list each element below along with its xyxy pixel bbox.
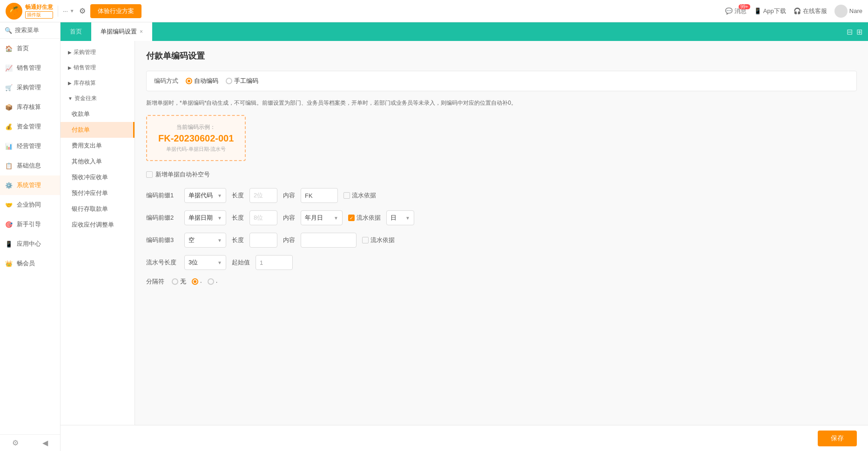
topbar-divider bbox=[58, 6, 58, 17]
sales-icon: 📈 bbox=[5, 64, 13, 72]
sidebar-item-label: 畅会员 bbox=[17, 259, 35, 268]
submenu-item-expense[interactable]: 费用支出单 bbox=[61, 138, 135, 154]
search-icon: 🔍 bbox=[5, 27, 12, 34]
chevron-down-icon: ▼ bbox=[405, 215, 410, 221]
prefix3-content-value bbox=[301, 233, 357, 248]
separator-dash[interactable]: · bbox=[208, 278, 218, 285]
prefix2-content-label: 内容 bbox=[283, 214, 295, 222]
submenu-item-other-income[interactable]: 其他收入单 bbox=[61, 154, 135, 169]
separator-row: 分隔符 无 · · bbox=[146, 277, 857, 286]
separator-none-dot bbox=[172, 278, 178, 285]
tab-maximize-icon[interactable]: ⊞ bbox=[856, 27, 862, 36]
user-avatar[interactable]: Nare bbox=[834, 5, 862, 18]
sidebar-item-inventory[interactable]: 📦 库存核算 bbox=[0, 97, 60, 117]
prefix1-row: 编码前缀1 单据代码 ▼ 长度 2位 内容 FK 流水依据 bbox=[146, 188, 857, 203]
sidebar-item-system[interactable]: ⚙️ 系统管理 bbox=[0, 175, 60, 195]
sidebar-item-finance[interactable]: 💰 资金管理 bbox=[0, 117, 60, 136]
tab-minimize-icon[interactable]: ⊟ bbox=[847, 27, 853, 36]
manual-encode-dot bbox=[226, 78, 232, 84]
autofill-checkbox[interactable] bbox=[146, 171, 153, 178]
submenu-item-bank-deposit[interactable]: 银行存取款单 bbox=[61, 201, 135, 217]
prefix3-length-label: 长度 bbox=[232, 236, 244, 244]
chevron-down-icon: ▼ bbox=[217, 238, 222, 243]
flow-length-select[interactable]: 3位 ▼ bbox=[184, 255, 226, 270]
sidebar-item-member[interactable]: 👑 畅会员 bbox=[0, 254, 60, 273]
prefix3-content-label: 内容 bbox=[283, 236, 295, 244]
tab-close-icon[interactable]: × bbox=[140, 28, 143, 35]
prefix2-stream-check[interactable]: ✓ 流水依据 bbox=[348, 214, 381, 222]
separator-label: 分隔符 bbox=[146, 277, 164, 286]
message-icon: 💬 bbox=[725, 7, 733, 14]
prefix3-select[interactable]: 空 ▼ bbox=[184, 233, 226, 248]
manual-encode-radio[interactable]: 手工编码 bbox=[226, 77, 258, 85]
save-button[interactable]: 保存 bbox=[818, 431, 857, 446]
flow-length-row: 流水号长度 3位 ▼ 起始值 1 bbox=[146, 255, 857, 270]
page-title: 付款单编码设置 bbox=[146, 50, 857, 61]
tab-home[interactable]: 首页 bbox=[61, 22, 91, 41]
submenu-group-inventory-title[interactable]: ▶ 库存核算 bbox=[61, 75, 135, 91]
app-download-item[interactable]: 📱 App下载 bbox=[754, 7, 786, 15]
separator-none[interactable]: 无 bbox=[172, 277, 186, 286]
submenu-group-sales: ▶ 销售管理 bbox=[61, 60, 135, 75]
code-preview-value: FK-20230602-001 bbox=[158, 133, 234, 144]
submenu-group-capital: ▼ 资金往来 收款单 付款单 费用支出单 其他收入单 预收冲应收单 预付冲应付单… bbox=[61, 91, 135, 233]
message-item[interactable]: 💬 消息 99+ bbox=[725, 7, 747, 15]
prefix2-stream-checkbox[interactable]: ✓ bbox=[348, 215, 355, 221]
prefix3-label: 编码前缀3 bbox=[146, 236, 179, 244]
prefix3-stream-check[interactable]: 流水依据 bbox=[362, 236, 395, 244]
member-icon: 👑 bbox=[5, 259, 13, 268]
prefix2-content-select[interactable]: 年月日 ▼ bbox=[301, 210, 343, 225]
sidebar-item-home[interactable]: 🏠 首页 bbox=[0, 39, 60, 58]
start-value-input[interactable]: 1 bbox=[256, 255, 293, 270]
sidebar-item-operation[interactable]: 📊 经营管理 bbox=[0, 136, 60, 156]
sidebar-item-partner[interactable]: 🤝 企业协同 bbox=[0, 195, 60, 215]
finance-icon: 💰 bbox=[5, 122, 13, 131]
submenu-item-receipt[interactable]: 收款单 bbox=[61, 106, 135, 122]
sidebar-item-label: 资金管理 bbox=[17, 122, 41, 131]
settings-icon[interactable]: ⚙ bbox=[79, 7, 86, 15]
arrow-right-icon: ▶ bbox=[68, 81, 72, 86]
auto-encode-radio[interactable]: 自动编码 bbox=[186, 77, 218, 85]
submenu-group-capital-title[interactable]: ▼ 资金往来 bbox=[61, 91, 135, 106]
submenu-item-payment[interactable]: 付款单 bbox=[61, 122, 135, 138]
sidebar-item-basic[interactable]: 📋 基础信息 bbox=[0, 156, 60, 175]
encode-method-row: 编码方式 自动编码 手工编码 bbox=[146, 71, 857, 91]
submenu-group-purchase-title[interactable]: ▶ 采购管理 bbox=[61, 45, 135, 60]
operation-icon: 📊 bbox=[5, 142, 13, 150]
prefix1-stream-checkbox[interactable] bbox=[343, 192, 350, 199]
sidebar-item-apps[interactable]: 📱 应用中心 bbox=[0, 234, 60, 254]
topbar-nav[interactable]: ··· ▼ bbox=[63, 7, 74, 14]
bottom-settings-icon[interactable]: ⚙ bbox=[12, 438, 19, 447]
submenu-item-advance-collect[interactable]: 预收冲应收单 bbox=[61, 169, 135, 185]
trial-button[interactable]: 体验行业方案 bbox=[90, 4, 141, 18]
sidebar-search[interactable]: 🔍 搜索菜单 bbox=[0, 22, 60, 39]
prefix1-content-label: 内容 bbox=[283, 191, 295, 200]
prefix1-select[interactable]: 单据代码 ▼ bbox=[184, 188, 226, 203]
start-value-label: 起始值 bbox=[232, 258, 250, 267]
prefix2-day-select[interactable]: 日 ▼ bbox=[386, 210, 414, 225]
bottom-collapse-icon[interactable]: ◀ bbox=[42, 438, 48, 447]
sidebar-bottom: ⚙ ◀ bbox=[0, 434, 60, 451]
prefix2-length-input[interactable]: 8位 bbox=[249, 210, 277, 225]
system-icon: ⚙️ bbox=[5, 181, 13, 189]
submenu: ▶ 采购管理 ▶ 销售管理 ▶ 库存核算 bbox=[61, 41, 135, 425]
prefix2-select[interactable]: 单据日期 ▼ bbox=[184, 210, 226, 225]
submenu-item-advance-pay[interactable]: 预付冲应付单 bbox=[61, 185, 135, 201]
prefix3-length-input[interactable] bbox=[249, 233, 277, 248]
sidebar-item-sales[interactable]: 📈 销售管理 bbox=[0, 58, 60, 78]
purchase-icon: 🛒 bbox=[5, 83, 13, 92]
tab-encode-settings[interactable]: 单据编码设置 × bbox=[91, 22, 152, 41]
separator-dash-dot bbox=[208, 278, 214, 285]
prefix1-length-input[interactable]: 2位 bbox=[249, 188, 277, 203]
prefix3-stream-checkbox[interactable] bbox=[362, 237, 369, 243]
online-service-item[interactable]: 🎧 在线客服 bbox=[794, 7, 827, 15]
sidebar-item-guide[interactable]: 🎯 新手引导 bbox=[0, 215, 60, 234]
prefix1-stream-check[interactable]: 流水依据 bbox=[343, 191, 376, 200]
code-preview: 当前编码示例： FK-20230602-001 单据代码-单据日期-流水号 bbox=[146, 115, 246, 161]
chevron-down-icon: ▼ bbox=[217, 193, 222, 198]
separator-dot[interactable]: · bbox=[192, 278, 202, 285]
sidebar-item-purchase[interactable]: 🛒 采购管理 bbox=[0, 78, 60, 97]
tab-actions: ⊟ ⊞ bbox=[841, 27, 868, 36]
submenu-item-receivable-adjust[interactable]: 应收应付调整单 bbox=[61, 217, 135, 233]
submenu-group-sales-title[interactable]: ▶ 销售管理 bbox=[61, 60, 135, 75]
